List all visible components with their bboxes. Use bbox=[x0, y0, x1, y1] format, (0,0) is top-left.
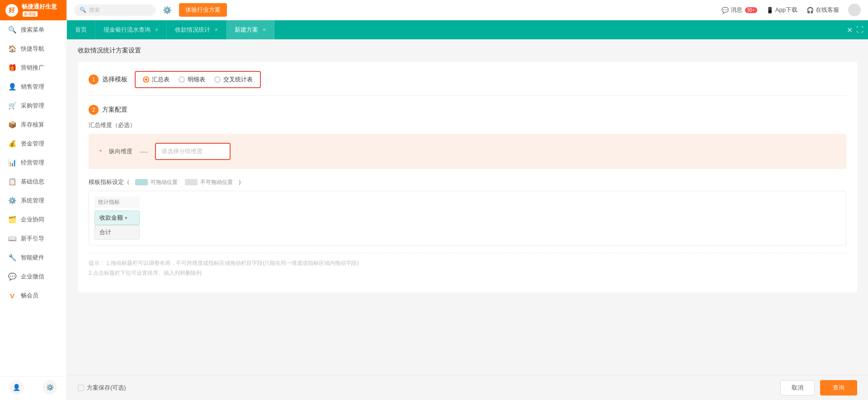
sidebar-item-label: 快捷导航 bbox=[21, 45, 44, 53]
metrics-area: 统计指标 收款金额 ▾ 合计 bbox=[89, 191, 846, 245]
clipboard-icon: 📋 bbox=[8, 178, 16, 186]
box-icon: 📦 bbox=[8, 121, 16, 129]
metric-tag-inner: 收款金额 ▾ bbox=[99, 214, 135, 222]
search-box[interactable]: 🔍 搜索 bbox=[74, 5, 156, 16]
gift-icon: 🎁 bbox=[8, 64, 16, 72]
logo-badge: 标准版 bbox=[23, 11, 38, 17]
step2-label: 方案配置 bbox=[102, 106, 127, 114]
topbar-right: 💬 消息 99+ 📱 App下载 🎧 在线客服 bbox=[722, 4, 861, 16]
sidebar-item-hardware[interactable]: 🔧 智能硬件 bbox=[0, 248, 66, 267]
dim-field-label: 纵向维度 bbox=[109, 147, 132, 155]
search-icon-small: 🔍 bbox=[80, 7, 86, 13]
step1-row: 1 选择模板 汇总表 明细表 交叉统计表 bbox=[89, 71, 846, 88]
sidebar-item-inventory[interactable]: 📦 库存核算 bbox=[0, 115, 66, 134]
legend-draggable: 可拖动位置 bbox=[135, 179, 178, 186]
tab-close-all-icon[interactable]: ✕ bbox=[847, 26, 853, 34]
metrics-group-label: 统计指标 bbox=[94, 197, 140, 208]
logo: 好 畅捷通好生意 标准版 bbox=[0, 0, 66, 20]
member-icon: V bbox=[8, 292, 16, 300]
radio-summary[interactable]: 汇总表 bbox=[143, 75, 170, 84]
metrics-header: 模板指标设定（ 可拖动位置 不可拖动位置 ） bbox=[89, 178, 846, 186]
footer: 方案保存(可选) 取消 查询 bbox=[67, 375, 868, 400]
sidebar-item-sales[interactable]: 👤 销售管理 bbox=[0, 77, 66, 96]
dimension-row: * 纵向维度 — 请选择分组维度 bbox=[99, 143, 835, 160]
collab-icon: 🗂️ bbox=[8, 216, 16, 224]
topbar: 🔍 搜索 ⚙️ 体验行业方案 💬 消息 99+ 📱 App下载 🎧 在线客服 bbox=[67, 0, 868, 20]
wechat-icon: 💬 bbox=[8, 273, 16, 281]
industry-btn[interactable]: 体验行业方案 bbox=[179, 3, 227, 17]
sidebar-item-label: 智能硬件 bbox=[21, 254, 44, 262]
radio-detail[interactable]: 明细表 bbox=[179, 75, 205, 84]
sidebar-item-system[interactable]: ⚙️ 系统管理 bbox=[0, 191, 66, 210]
legend-draggable-label: 可拖动位置 bbox=[151, 179, 178, 186]
sidebar-item-search[interactable]: 🔍 搜索菜单 bbox=[0, 20, 66, 39]
sidebar-item-label: 畅会员 bbox=[21, 292, 38, 300]
support-btn[interactable]: 🎧 在线客服 bbox=[807, 6, 839, 14]
sidebar-item-basic[interactable]: 📋 基础信息 bbox=[0, 172, 66, 191]
template-section: 汇总表 明细表 交叉统计表 bbox=[135, 71, 261, 88]
page-title: 收款情况统计方案设置 bbox=[78, 47, 857, 55]
tab-new-plan-close[interactable]: × bbox=[263, 27, 266, 33]
bottom-icon-2[interactable]: ⚙️ bbox=[42, 380, 57, 395]
main-area: 🔍 搜索 ⚙️ 体验行业方案 💬 消息 99+ 📱 App下载 🎧 在线客服 首… bbox=[67, 0, 868, 400]
save-checkbox[interactable] bbox=[78, 385, 84, 391]
radio-detail-dot bbox=[179, 76, 185, 83]
tab-expand-icon[interactable]: ⛶ bbox=[856, 26, 863, 34]
sidebar-item-wechat[interactable]: 💬 企业微信 bbox=[0, 267, 66, 286]
tab-receivables[interactable]: 收款情况统计 × bbox=[167, 20, 226, 39]
sidebar-item-business[interactable]: 📊 经营管理 bbox=[0, 153, 66, 172]
footer-save: 方案保存(可选) bbox=[78, 384, 126, 392]
template-radio-group: 汇总表 明细表 交叉统计表 bbox=[143, 75, 253, 84]
user-avatar[interactable] bbox=[848, 4, 861, 16]
dim-selector[interactable]: 请选择分组维度 bbox=[155, 143, 231, 160]
step2-section: 2 方案配置 汇总维度（必选） * 纵向维度 — 请选择分组维度 bbox=[89, 105, 846, 283]
sidebar: 好 畅捷通好生意 标准版 🔍 搜索菜单 🏠 快捷导航 🎁 营销推广 👤 销售管理… bbox=[0, 0, 67, 400]
legend-nondraggable-label: 不可拖动位置 bbox=[200, 179, 233, 186]
gear-icon: ⚙️ bbox=[8, 197, 16, 205]
tab-new-plan[interactable]: 新建方案 × bbox=[226, 20, 274, 39]
tab-cashflow[interactable]: 现金银行流水查询 × bbox=[95, 20, 167, 39]
metrics-config: 模板指标设定（ 可拖动位置 不可拖动位置 ） bbox=[89, 178, 846, 245]
sidebar-item-guide[interactable]: 📖 新手引导 bbox=[0, 229, 66, 248]
metrics-header-close: ） bbox=[238, 178, 244, 186]
sidebar-item-collab[interactable]: 🗂️ 企业协同 bbox=[0, 210, 66, 229]
bottom-icon-1[interactable]: 👤 bbox=[9, 380, 24, 395]
dimension-area: * 纵向维度 — 请选择分组维度 bbox=[89, 134, 846, 169]
cancel-button[interactable]: 取消 bbox=[780, 380, 815, 395]
tab-cashflow-close[interactable]: × bbox=[155, 27, 158, 33]
metric-tag-amount[interactable]: 收款金额 ▾ bbox=[94, 211, 140, 225]
message-badge: 99+ bbox=[745, 7, 757, 13]
support-icon: 🎧 bbox=[807, 7, 814, 14]
sidebar-item-label: 营销推广 bbox=[21, 64, 44, 72]
sidebar-item-purchase[interactable]: 🛒 采购管理 bbox=[0, 96, 66, 115]
query-button[interactable]: 查询 bbox=[820, 380, 857, 395]
sidebar-item-nav[interactable]: 🏠 快捷导航 bbox=[0, 39, 66, 58]
metric-tag-label: 收款金额 bbox=[99, 214, 123, 222]
metric-total: 合计 bbox=[94, 225, 140, 240]
radio-crosstab[interactable]: 交叉统计表 bbox=[214, 75, 253, 84]
tab-home[interactable]: 首页 bbox=[67, 20, 95, 39]
search-text: 搜索 bbox=[89, 6, 100, 14]
settings-icon[interactable]: ⚙️ bbox=[163, 6, 172, 14]
sidebar-item-label: 资金管理 bbox=[21, 140, 44, 148]
hardware-icon: 🔧 bbox=[8, 254, 16, 262]
tips-section: 提示： 1.拖动标题栏可以调整布局，不可跨维度或指标区域拖动栏目字段(只能在同一… bbox=[89, 253, 846, 283]
sidebar-item-member[interactable]: V 畅会员 bbox=[0, 286, 66, 305]
step1-label: 选择模板 bbox=[102, 75, 127, 84]
money-icon: 💰 bbox=[8, 140, 16, 148]
divider1 bbox=[89, 95, 846, 96]
radio-summary-label: 汇总表 bbox=[152, 75, 170, 84]
sidebar-item-marketing[interactable]: 🎁 营销推广 bbox=[0, 58, 66, 77]
step2-row: 2 方案配置 bbox=[89, 105, 846, 115]
tab-receivables-label: 收款情况统计 bbox=[175, 26, 210, 34]
download-btn[interactable]: 📱 App下载 bbox=[766, 6, 797, 14]
legend-draggable-box bbox=[135, 179, 148, 185]
sidebar-item-finance[interactable]: 💰 资金管理 bbox=[0, 134, 66, 153]
tabbar: 首页 现金银行流水查询 × 收款情况统计 × 新建方案 × ✕ ⛶ bbox=[67, 20, 868, 39]
sidebar-item-label: 企业协同 bbox=[21, 216, 44, 224]
download-icon: 📱 bbox=[766, 7, 774, 14]
tab-receivables-close[interactable]: × bbox=[215, 27, 218, 33]
message-btn[interactable]: 💬 消息 99+ bbox=[722, 6, 757, 14]
dimension-title: 汇总维度（必选） bbox=[89, 121, 846, 129]
tabbar-actions: ✕ ⛶ bbox=[847, 26, 868, 34]
